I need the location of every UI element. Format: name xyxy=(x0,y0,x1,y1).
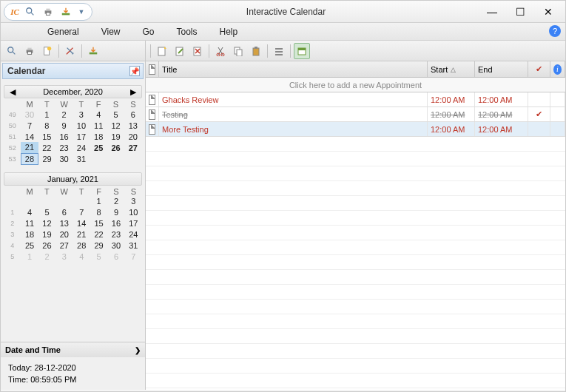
col-title[interactable]: Title xyxy=(159,61,428,77)
calendar-day[interactable]: 2 xyxy=(55,109,73,120)
calendar-day[interactable]: 16 xyxy=(55,131,73,142)
menu-view[interactable]: View xyxy=(90,24,132,40)
calendar-day[interactable]: 30 xyxy=(107,240,124,251)
delete-icon[interactable] xyxy=(189,43,206,59)
menu-tools[interactable]: Tools xyxy=(166,24,209,40)
calendar-day[interactable]: 22 xyxy=(90,229,107,240)
col-info[interactable]: i xyxy=(550,61,565,77)
calendar-day[interactable]: 7 xyxy=(125,251,142,263)
minimize-button[interactable]: — xyxy=(479,4,505,20)
calendar-day[interactable]: 16 xyxy=(107,218,124,229)
next-month-icon[interactable]: ▶ xyxy=(128,87,138,97)
calendar-day[interactable]: 13 xyxy=(124,120,141,131)
prev-month-icon[interactable]: ◀ xyxy=(7,87,18,97)
calendar-day[interactable]: 18 xyxy=(21,229,38,240)
calendar-day[interactable]: 2 xyxy=(38,251,55,263)
calendar-day[interactable]: 1 xyxy=(21,251,38,263)
calendar-day[interactable]: 19 xyxy=(38,229,55,240)
calendar-day[interactable]: 15 xyxy=(38,131,55,142)
calendar-day[interactable]: 3 xyxy=(55,251,73,263)
calendar-day[interactable]: 17 xyxy=(125,218,142,229)
calendar-day[interactable]: 11 xyxy=(21,218,38,229)
copy-icon[interactable] xyxy=(230,43,246,59)
col-end[interactable]: End xyxy=(475,61,528,77)
row-complete-cell[interactable] xyxy=(528,92,550,107)
calendar-day[interactable]: 14 xyxy=(21,131,38,142)
calendar-day[interactable]: 28 xyxy=(21,153,38,164)
list-view-icon[interactable] xyxy=(271,43,287,59)
calendar-day[interactable]: 25 xyxy=(21,240,38,251)
calendar-day[interactable]: 7 xyxy=(21,120,38,131)
new-icon[interactable] xyxy=(39,43,55,59)
col-icon[interactable] xyxy=(146,61,159,77)
calendar-day[interactable]: 26 xyxy=(107,142,124,153)
calendar-day[interactable]: 6 xyxy=(55,207,73,218)
calendar-day[interactable]: 21 xyxy=(73,229,90,240)
qat-dropdown-icon[interactable]: ▼ xyxy=(75,6,87,18)
calendar-day[interactable]: 27 xyxy=(55,240,73,251)
export-icon[interactable] xyxy=(58,4,74,20)
calendar-day[interactable]: 9 xyxy=(107,207,124,218)
calendar-day[interactable]: 19 xyxy=(107,131,124,142)
calendar-day[interactable]: 22 xyxy=(38,142,55,153)
calendar-day[interactable]: 27 xyxy=(124,142,141,153)
calendar-day[interactable]: 29 xyxy=(38,153,55,164)
close-button[interactable]: ✕ xyxy=(536,4,561,20)
calendar-day[interactable]: 23 xyxy=(107,229,124,240)
appointment-row[interactable]: More Testing12:00 AM12:00 AM xyxy=(146,122,565,137)
print-icon[interactable] xyxy=(40,4,56,20)
calendar-day[interactable]: 3 xyxy=(73,109,90,120)
calendar-day[interactable]: 30 xyxy=(55,153,73,164)
calendar-day[interactable]: 8 xyxy=(38,120,55,131)
calendar-day[interactable]: 7 xyxy=(73,207,90,218)
calendar-day[interactable]: 8 xyxy=(90,207,107,218)
calendar-day[interactable]: 12 xyxy=(107,120,124,131)
calendar-day[interactable]: 20 xyxy=(124,131,141,142)
calendar-day[interactable]: 10 xyxy=(73,120,90,131)
row-complete-cell[interactable] xyxy=(528,122,550,136)
paste-icon[interactable] xyxy=(248,43,264,59)
calendar-day[interactable]: 23 xyxy=(55,142,73,153)
row-complete-cell[interactable]: ✔ xyxy=(528,107,550,121)
calendar-day[interactable]: 15 xyxy=(90,218,107,229)
maximize-button[interactable]: ☐ xyxy=(508,4,533,20)
calendar-view-icon[interactable] xyxy=(294,43,310,59)
calendar-day[interactable]: 31 xyxy=(125,240,142,251)
menu-help[interactable]: Help xyxy=(209,24,249,40)
calendar-day[interactable]: 12 xyxy=(38,218,55,229)
calendar-day[interactable]: 5 xyxy=(38,207,55,218)
new-appointment-icon[interactable] xyxy=(154,43,170,59)
cut-icon[interactable] xyxy=(212,43,229,59)
calendar-day[interactable]: 4 xyxy=(90,109,107,120)
calendar-day[interactable]: 25 xyxy=(90,142,107,153)
menu-go[interactable]: Go xyxy=(132,24,166,40)
calendar-day[interactable]: 9 xyxy=(55,120,73,131)
calendar-day[interactable]: 29 xyxy=(90,240,107,251)
new-appointment-row[interactable]: Click here to add a new Appointment xyxy=(146,78,565,92)
calendar-day[interactable]: 2 xyxy=(107,196,124,207)
calendar-day[interactable]: 6 xyxy=(107,251,124,263)
calendar-day[interactable]: 24 xyxy=(125,229,142,240)
col-complete[interactable]: ✔ xyxy=(528,61,550,77)
calendar-day[interactable]: 4 xyxy=(21,207,38,218)
calendar-day[interactable]: 5 xyxy=(107,109,124,120)
print-icon[interactable] xyxy=(21,43,38,59)
calendar-day[interactable]: 11 xyxy=(90,120,107,131)
edit-icon[interactable] xyxy=(172,43,188,59)
col-start[interactable]: Start△ xyxy=(428,61,475,77)
export-icon[interactable] xyxy=(85,43,101,59)
calendar-day[interactable]: 1 xyxy=(38,109,55,120)
calendar-day[interactable]: 30 xyxy=(21,109,38,120)
calendar-day[interactable]: 3 xyxy=(125,196,142,207)
calendar-day[interactable]: 14 xyxy=(73,218,90,229)
calendar-day[interactable]: 26 xyxy=(38,240,55,251)
calendar-day[interactable]: 10 xyxy=(125,207,142,218)
calendar-day[interactable]: 18 xyxy=(90,131,107,142)
search-icon[interactable] xyxy=(4,43,20,59)
calendar-day[interactable]: 1 xyxy=(90,196,107,207)
calendar-day[interactable]: 28 xyxy=(73,240,90,251)
calendar-day[interactable]: 17 xyxy=(73,131,90,142)
settings-icon[interactable] xyxy=(62,43,78,59)
calendar-day[interactable]: 21 xyxy=(21,142,38,153)
calendar-day[interactable]: 20 xyxy=(55,229,73,240)
